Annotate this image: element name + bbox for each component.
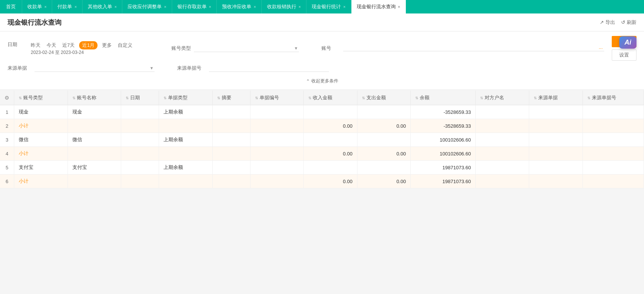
filter-row-source: 来源单据 ▾ 来源单据号 [8,64,636,72]
cell-date [121,133,159,147]
close-icon[interactable]: × [74,4,77,9]
cell-account-name: 微信 [68,133,121,147]
refresh-button[interactable]: ↺ 刷新 [621,19,636,26]
cell-source-doc-num [582,119,644,133]
cell-balance: 19871073.60 [411,175,476,188]
cell-source-doc-num [582,147,644,161]
nav-tab-现金银行流水查询[interactable]: 现金银行流水查询 × [351,0,406,13]
cell-summary [212,105,250,119]
col-account-type: ⇅账号类型 [14,91,68,105]
nav-tab-预收冲应收单[interactable]: 预收冲应收单 × [217,0,261,13]
row-num: 6 [0,175,14,188]
nav-tab-收款单[interactable]: 收款单 × [22,0,52,13]
col-doc-num: ⇅单据编号 [250,91,304,105]
date-opt-custom[interactable]: 自定义 [116,41,134,49]
close-icon[interactable]: × [164,4,166,9]
cell-expense [357,105,411,119]
header-actions: ↗ 导出 ↺ 刷新 [600,19,636,26]
nav-tab-现金银行统计[interactable]: 现金银行统计 × [306,0,351,13]
cell-counterpart [476,105,529,119]
cell-doc-num [250,133,304,147]
source-doc-label: 来源单据 [8,65,27,72]
table-row[interactable]: 2小计0.000.00-3528659.33 [0,119,644,133]
cell-date [121,147,159,161]
settings-button[interactable]: 设置 [612,49,636,61]
nav-tab-收款核销执行[interactable]: 收款核销执行 × [262,0,306,13]
date-opt-7days[interactable]: 近7天 [61,41,76,49]
date-options: 昨天 今天 近7天 近1月 更多 自定义 [29,41,134,49]
close-icon[interactable]: × [44,4,47,9]
cell-balance: -3528659.33 [411,105,476,119]
cell-doc-type [159,119,213,133]
cell-expense [357,161,411,175]
chevron-up-icon: ⌃ [306,79,310,84]
table-row[interactable]: 5支付宝支付宝上期余额19871073.60 [0,161,644,175]
close-icon[interactable]: × [254,4,256,9]
export-icon: ↗ [600,19,604,25]
table-row[interactable]: 4小计0.000.00100102606.60 [0,147,644,161]
chevron-down-icon: ▾ [150,65,153,71]
close-icon[interactable]: × [209,4,211,9]
ai-badge[interactable]: Ai [619,36,636,49]
cell-summary [212,133,250,147]
col-settings: ⚙ [0,91,14,105]
gear-icon[interactable]: ⚙ [5,95,9,101]
cell-account-type: 小计 [14,119,68,133]
export-button[interactable]: ↗ 导出 [600,19,615,26]
filter-area: 日期 昨天 今天 近7天 近1月 更多 自定义 2023-02-24 至 202… [0,31,644,90]
nav-tab-付款单[interactable]: 付款单 × [52,0,82,13]
account-dots-button[interactable]: ··· [597,45,604,51]
cell-date [121,161,159,175]
nav-tab-银行存取款单[interactable]: 银行存取款单 × [172,0,217,13]
cell-balance: 100102606.60 [411,147,476,161]
col-date: ⇅日期 [121,91,159,105]
date-opt-yesterday[interactable]: 昨天 [29,41,42,49]
cell-summary [212,175,250,188]
collapse-bar: ⌃ 收起更多条件 [8,76,636,85]
table-row[interactable]: 6小计0.000.0019871073.60 [0,175,644,188]
cell-income: 0.00 [304,175,357,188]
nav-home[interactable]: 首页 [0,0,22,13]
nav-tab-应收应付调整单[interactable]: 应收应付调整单 × [122,0,172,13]
refresh-icon: ↺ [621,19,625,25]
close-icon[interactable]: × [114,4,117,9]
cell-income: 0.00 [304,119,357,133]
row-num: 2 [0,119,14,133]
cell-doc-num [250,147,304,161]
cell-income [304,161,357,175]
cell-income: 0.00 [304,147,357,161]
cell-doc-num [250,175,304,188]
data-table: ⚙ ⇅账号类型 ⇅账号名称 ⇅日期 ⇅单据类型 ⇅摘要 ⇅单据编号 ⇅收入金额 … [0,91,644,188]
date-opt-1month[interactable]: 近1月 [79,41,98,49]
account-type-label: 账号类型 [171,45,191,52]
cell-source-doc [529,147,583,161]
page-header: 现金银行流水查询 ↗ 导出 ↺ 刷新 [0,13,644,31]
nav-tab-其他收入单[interactable]: 其他收入单 × [83,0,122,13]
col-account-name: ⇅账号名称 [68,91,121,105]
cell-counterpart [476,147,529,161]
close-icon[interactable]: × [343,4,345,9]
cell-source-doc-num [582,161,644,175]
date-opt-more[interactable]: 更多 [101,41,113,49]
source-doc-select[interactable]: ▾ [35,64,155,72]
cell-doc-num [250,119,304,133]
cell-source-doc [529,161,583,175]
table-row[interactable]: 1现金现金上期余额-3528659.33 [0,105,644,119]
collapse-button[interactable]: ⌃ 收起更多条件 [306,78,338,84]
cell-doc-num [250,105,304,119]
cell-source-doc-num [582,133,644,147]
source-doc-num-label: 来源单据号 [177,65,201,72]
cell-doc-num [250,161,304,175]
close-icon[interactable]: × [299,4,301,9]
col-source-doc-num: ⇅来源单据号 [582,91,644,105]
close-icon[interactable]: × [398,4,400,9]
source-doc-num-input[interactable] [209,64,329,72]
account-type-select[interactable]: ▾ [194,45,299,52]
row-num: 1 [0,105,14,119]
date-opt-today[interactable]: 今天 [45,41,58,49]
table-row[interactable]: 3微信微信上期余额100102606.60 [0,133,644,147]
cell-balance: 19871073.60 [411,161,476,175]
col-balance: ⇅余额 [411,91,476,105]
cell-counterpart [476,161,529,175]
cell-expense [357,133,411,147]
